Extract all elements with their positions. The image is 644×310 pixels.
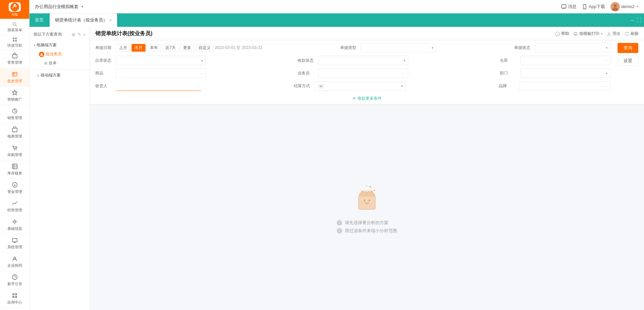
refresh-icon [625,32,629,36]
payment-method-select[interactable]: × ▾ [315,82,406,91]
add-scheme-btn[interactable]: ⊕ [71,32,75,37]
filter-main-row: 单据日期 上月 本月 本年 近7天 更多 自定义 2023-03-01 至 20… [95,43,639,94]
sidebar-item-wechat[interactable]: 企业微信 [0,308,29,310]
payment-method-clear[interactable]: × [318,84,324,89]
date-btn-7days[interactable]: 近7天 [162,44,179,52]
sidebar-item-operations[interactable]: 经营管理 [0,197,29,216]
receiver-input-wrap: ··· [116,81,201,91]
main-area: 办公用品行业模拟账套 ▾ 消息 App下载 [30,0,644,310]
mobile-scheme-toggle[interactable]: ▸ 移动端方案 [30,71,90,80]
settings-button[interactable]: 设置 [617,56,639,66]
svg-text:✦: ✦ [365,185,368,188]
help-btn[interactable]: ? 帮助 [555,31,569,37]
date-btn-more[interactable]: 更多 [180,44,194,52]
svg-point-42 [41,53,42,54]
salesperson-dots[interactable]: ··· [401,70,405,76]
tree-sub-child-order[interactable]: ⊞ 按单 [30,59,90,68]
sidebar-item-newbie[interactable]: ? 新手引导 [0,271,29,290]
message-btn[interactable]: 消息 [561,4,577,10]
edit-scheme-btn[interactable]: ✎ [77,32,81,37]
sidebar-item-basic[interactable]: 基础信息 [0,216,29,234]
empty-tips: 1 请先选择要分析的方案 2 用过滤条件来缩小分析范围 [337,220,397,234]
pc-scheme-toggle[interactable]: ▾ 电脑端方案 [30,41,90,50]
export-btn[interactable]: 导出 [606,31,621,37]
svg-point-15 [14,149,14,150]
tip-1-text: 请先选择要分析的方案 [345,220,388,226]
help-icon: ? [555,32,560,36]
svg-rect-32 [12,296,14,298]
page-header-actions: ? 帮助 按模板打印 ▾ [555,31,639,37]
payment-status-label: 收款状态 [298,58,314,63]
warehouse-select[interactable]: ··· [521,56,610,65]
quick-nav[interactable]: 快捷导航 [0,36,29,50]
tab-fullscreen-btn[interactable]: ⛶ [637,17,641,23]
svg-text:?: ? [14,275,16,279]
sidebar-item-purchase[interactable]: 采购管理 [0,142,29,160]
doc-status-select[interactable]: ▾ [535,43,610,52]
tab-sales-stat[interactable]: 销货单统计表（按业务员） × [50,13,117,27]
inventory-icon [11,163,18,170]
sidebar-item-marketing[interactable]: 营销推广 [0,87,29,105]
message-icon [561,4,567,9]
doc-type-select[interactable]: ▾ [361,43,436,52]
date-btn-this-month[interactable]: 本月 [131,44,146,52]
sidebar-item-finance[interactable]: ¥ 资金管理 [0,179,29,197]
tab-minimize-btn[interactable]: ─ [631,17,634,23]
sidebar-item-retail[interactable]: 零售管理 [0,50,29,68]
date-btn-last-month[interactable]: 上月 [116,44,130,52]
goods-select[interactable]: ··· [116,68,206,78]
app-download-btn[interactable]: App下载 [582,4,605,10]
empty-tip-2: 2 用过滤条件来缩小分析范围 [337,228,397,234]
date-btn-custom[interactable]: 自定义 [196,44,214,52]
warehouse-label: 仓库 [500,58,517,63]
ecommerce-label: 电商管理 [7,134,22,139]
receiver-dots[interactable]: ··· [197,83,201,89]
refresh-btn[interactable]: 刷新 [625,31,639,37]
svg-rect-14 [12,128,17,132]
left-panel: 按以下方案查询 ⊕ ✎ « ▾ 电脑端方案 [30,27,90,310]
sidebar-item-wholesale[interactable]: 批发管理 [0,68,29,87]
tab-close-btn[interactable]: × [109,18,112,22]
newbie-icon: ? [11,274,18,280]
goods-dots[interactable]: ··· [199,70,203,76]
sidebar-item-apps[interactable]: 应用中心 [0,290,29,308]
tree-child-salesperson[interactable]: 按业务员 [30,50,90,59]
sidebar-item-corp[interactable]: 企业协同 [0,253,29,271]
query-button[interactable]: 查询 [618,43,638,53]
sidebar-item-sales[interactable]: 销售管理 [0,105,29,123]
salesperson-active-icon [39,52,44,57]
tab-home[interactable]: 首页 [30,13,49,27]
salesperson-scheme-label: 按业务员 [46,51,62,57]
receiver-input[interactable] [116,81,196,91]
main-body: ✦ ✦ ✦ 1 请先选择要分析的方案 [90,104,644,310]
brand-select[interactable]: ··· [520,82,610,91]
collapse-filters-btn[interactable]: 收起更多条件 [95,96,639,101]
stock-status-label: 出库状态 [95,58,112,63]
left-panel-header: 按以下方案查询 ⊕ ✎ « [30,30,90,39]
brand-dots[interactable]: ··· [603,84,607,89]
stock-status-select[interactable]: ▾ [116,56,206,65]
filter-row-4: 收货人 ··· 结算方式 × [95,81,610,91]
topbar-dropdown-arrow[interactable]: ▾ [81,4,84,9]
payment-status-select[interactable]: ▾ [318,56,408,65]
svg-rect-8 [12,55,17,58]
filter-fields: 单据日期 上月 本月 本年 近7天 更多 自定义 2023-03-01 至 20… [95,43,610,94]
filter-row-1: 单据日期 上月 本月 本年 近7天 更多 自定义 2023-03-01 至 20… [95,43,610,52]
date-btn-this-year[interactable]: 本年 [147,44,161,52]
salesperson-select[interactable]: ··· [318,68,408,78]
right-panel: 销货单统计表(按业务员) ? 帮助 [90,27,644,310]
collapse-panel-btn[interactable]: « [83,32,86,37]
topbar: 办公用品行业模拟账套 ▾ 消息 App下载 [30,0,644,13]
corp-label: 企业协同 [7,263,22,268]
svg-rect-17 [12,164,17,169]
dept-select[interactable]: ▾ [521,68,610,78]
export-icon [606,32,611,36]
print-btn[interactable]: 按模板打印 ▾ [573,31,602,37]
sidebar-item-system[interactable]: 系统管理 [0,234,29,253]
user-btn[interactable]: demo2 ▾ [610,2,639,11]
search-menu[interactable]: 搜索菜单 [0,19,29,36]
sidebar-item-ecommerce[interactable]: 电商管理 [0,123,29,142]
warehouse-dots[interactable]: ··· [603,58,607,63]
sidebar-item-inventory[interactable]: 库存核算 [0,160,29,179]
sidebar: 标版 搜索菜单 快捷导航 零售管理 [0,0,30,310]
